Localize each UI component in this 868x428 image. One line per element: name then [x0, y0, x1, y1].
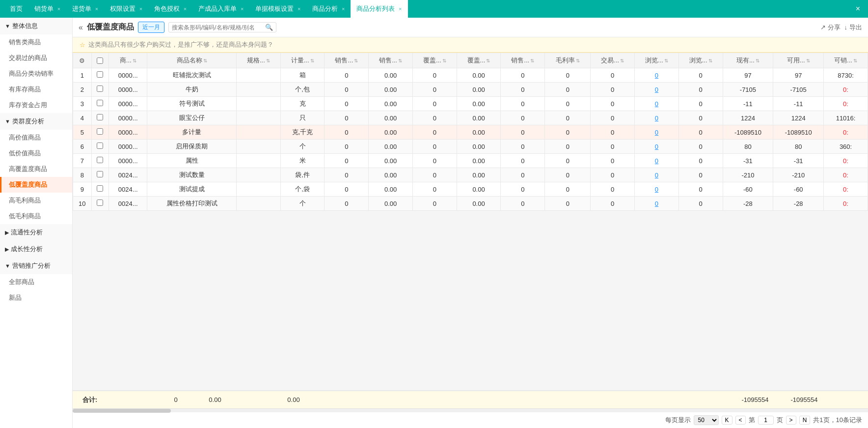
row-checkbox-input[interactable]: [97, 200, 103, 206]
sidebar-item-stock-goods[interactable]: 有库存商品: [0, 82, 72, 97]
col-sales3[interactable]: 销售...⇅: [501, 53, 545, 68]
sidebar-item-traded-goods[interactable]: 交易过的商品: [0, 50, 72, 66]
row-checkbox-input[interactable]: [97, 185, 103, 192]
sidebar-section-overall[interactable]: ▼ 整体信息: [0, 18, 72, 34]
row-view1[interactable]: 0: [635, 182, 679, 197]
nav-perm[interactable]: 权限设置 ×: [104, 0, 148, 18]
next-page-btn[interactable]: >: [786, 416, 796, 425]
sidebar-section-flow[interactable]: ▶ 流通性分析: [0, 224, 72, 241]
col-available[interactable]: 可用...⇅: [773, 53, 824, 68]
nav-template[interactable]: 单据模板设置 ×: [249, 0, 306, 18]
row-checkbox[interactable]: [91, 182, 108, 197]
horizontal-scrollbar[interactable]: [73, 408, 868, 412]
row-view1[interactable]: 0: [635, 97, 679, 111]
sort-icon-saleable: ⇅: [853, 58, 857, 63]
last-page-btn[interactable]: N: [799, 416, 811, 425]
nav-home[interactable]: 首页: [4, 0, 28, 18]
col-unit[interactable]: 计量...⇅: [280, 53, 325, 68]
sidebar-item-stock-capital[interactable]: 库存资金占用: [0, 97, 72, 113]
nav-template-close[interactable]: ×: [298, 6, 300, 12]
row-checkbox[interactable]: [91, 197, 108, 211]
search-input[interactable]: [172, 24, 265, 31]
row-checkbox-input[interactable]: [97, 128, 103, 135]
row-checkbox[interactable]: [91, 154, 108, 168]
nav-analysis-list-close[interactable]: ×: [399, 6, 402, 12]
nav-analysis[interactable]: 商品分析 ×: [306, 0, 351, 18]
nav-purchase-close[interactable]: ×: [95, 6, 98, 12]
row-view1[interactable]: 0: [635, 83, 679, 97]
row-view1[interactable]: 0: [635, 168, 679, 182]
sidebar-section-growth[interactable]: ▶ 成长性分析: [0, 241, 72, 257]
nav-sales-close[interactable]: ×: [57, 6, 60, 12]
row-checkbox[interactable]: [91, 125, 108, 140]
page-number-input[interactable]: [758, 416, 774, 425]
nav-perm-close[interactable]: ×: [139, 6, 142, 12]
sidebar-collapse-btn[interactable]: «: [79, 23, 83, 32]
nav-analysis-close[interactable]: ×: [342, 6, 345, 12]
row-view1[interactable]: 0: [635, 197, 679, 211]
row-checkbox-input[interactable]: [97, 114, 103, 120]
sidebar-item-low-cover[interactable]: 低覆盖度商品: [0, 177, 72, 193]
nav-analysis-list[interactable]: 商品分析列表 ×: [351, 0, 407, 18]
nav-sales[interactable]: 销货单 ×: [28, 0, 66, 18]
col-checkbox[interactable]: [91, 53, 108, 68]
row-view1[interactable]: 0: [635, 68, 679, 83]
col-current[interactable]: 现有...⇅: [723, 53, 773, 68]
sidebar-item-all-goods[interactable]: 全部商品: [0, 274, 72, 290]
col-cover1[interactable]: 覆盖...⇅: [412, 53, 457, 68]
export-btn[interactable]: ↓ 导出: [844, 23, 863, 32]
sidebar-item-low-gross[interactable]: 低毛利商品: [0, 208, 72, 224]
window-close[interactable]: ×: [852, 4, 864, 13]
row-checkbox[interactable]: [91, 140, 108, 154]
col-name[interactable]: 商品名称⇅: [147, 53, 237, 68]
col-gross[interactable]: 毛利率⇅: [545, 53, 591, 68]
nav-product[interactable]: 产成品入库单 ×: [192, 0, 249, 18]
col-cover2[interactable]: 覆盖...⇅: [457, 53, 501, 68]
col-trade[interactable]: 交易...⇅: [591, 53, 635, 68]
row-view1[interactable]: 0: [635, 125, 679, 140]
col-view2[interactable]: 浏览...⇅: [678, 53, 723, 68]
col-saleable[interactable]: 可销...⇅: [824, 53, 868, 68]
nav-role[interactable]: 角色授权 ×: [148, 0, 192, 18]
nav-purchase[interactable]: 进货单 ×: [66, 0, 104, 18]
page-size-select[interactable]: 50 20 100: [694, 415, 719, 425]
prev-page-btn[interactable]: <: [735, 416, 746, 425]
col-code[interactable]: 商...⇅: [109, 53, 147, 68]
col-sales-amt[interactable]: 销售...⇅: [369, 53, 413, 68]
row-checkbox[interactable]: [91, 111, 108, 125]
sidebar-item-high-value[interactable]: 高价值商品: [0, 130, 72, 145]
sidebar-item-new-goods[interactable]: 新品: [0, 290, 72, 306]
row-checkbox[interactable]: [91, 83, 108, 97]
sidebar-section-marketing[interactable]: ▼ 营销推广分析: [0, 257, 72, 274]
table-row: 50000...多计量克,千克00.0000.0000000-1089510-1…: [73, 125, 868, 140]
row-checkbox-input[interactable]: [97, 143, 103, 149]
row-checkbox-input[interactable]: [97, 100, 103, 106]
row-view1[interactable]: 0: [635, 111, 679, 125]
sidebar-section-cluster[interactable]: ▼ 类群度分析: [0, 113, 72, 130]
sidebar-item-category-rate[interactable]: 商品分类动销率: [0, 66, 72, 82]
sidebar-item-sales-goods[interactable]: 销售类商品: [0, 34, 72, 50]
col-view1[interactable]: 浏览...⇅: [635, 53, 679, 68]
sidebar-item-low-value[interactable]: 低价值商品: [0, 145, 72, 161]
row-checkbox-input[interactable]: [97, 71, 103, 78]
row-view1[interactable]: 0: [635, 140, 679, 154]
share-btn[interactable]: ↗ 分享: [820, 23, 841, 32]
row-checkbox-input[interactable]: [97, 171, 103, 177]
row-checkbox-input[interactable]: [97, 157, 103, 163]
sidebar-item-high-cover[interactable]: 高覆盖度商品: [0, 161, 72, 177]
nav-product-close[interactable]: ×: [241, 6, 244, 12]
info-banner: ☆ 这类商品只有很少客户购买过，是推广不够，还是商品本身问题？: [73, 37, 868, 53]
row-view1[interactable]: 0: [635, 154, 679, 168]
sidebar-item-high-gross[interactable]: 高毛利商品: [0, 193, 72, 208]
row-checkbox[interactable]: [91, 97, 108, 111]
col-sales-qty[interactable]: 销售...⇅: [325, 53, 369, 68]
first-page-btn[interactable]: K: [722, 416, 732, 425]
nav-role-close[interactable]: ×: [184, 6, 187, 12]
select-all-checkbox[interactable]: [97, 57, 103, 64]
row-checkbox[interactable]: [91, 68, 108, 83]
row-checkbox-input[interactable]: [97, 86, 103, 92]
col-settings[interactable]: ⚙: [73, 53, 92, 68]
col-spec[interactable]: 规格...⇅: [237, 53, 281, 68]
row-checkbox[interactable]: [91, 168, 108, 182]
date-filter-btn[interactable]: 近一月: [138, 22, 164, 33]
